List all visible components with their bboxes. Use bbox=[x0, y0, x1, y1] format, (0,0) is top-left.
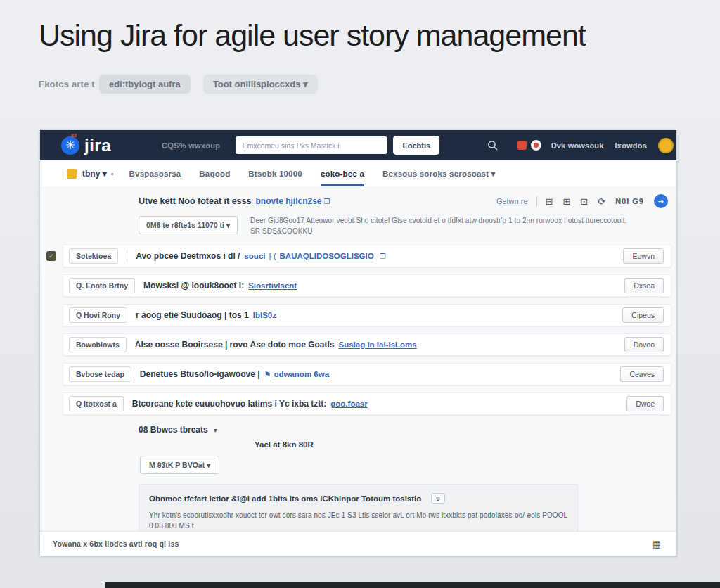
link-separator: | ( bbox=[269, 252, 276, 260]
footer-status-text: Yowana x 6bx liodes avti roq ql lss bbox=[53, 539, 179, 548]
epic-center-text: Yael at 8kn 80R bbox=[255, 440, 676, 449]
header-link-workspace[interactable]: Dvk wowsouk bbox=[551, 141, 604, 150]
page-title: Using Jira for agile user story manageme… bbox=[39, 18, 586, 53]
status-chip[interactable]: Q Itotxost a bbox=[69, 396, 124, 411]
board-settings-link[interactable]: Getwn re bbox=[496, 197, 528, 205]
issue-key-link[interactable]: IblS0z bbox=[253, 311, 276, 319]
backlog-list: ✓ Sotektoea Avo pbcee Deetmxos i dl / so… bbox=[40, 245, 676, 415]
jira-logo-icon: ✳ bbox=[61, 136, 79, 155]
epic-section-header[interactable]: 08 Bbwcs tbreats ▾ bbox=[139, 425, 676, 435]
backlog-row-3[interactable]: Q Hovi Rony r aoog etie Suudoaog | tos 1… bbox=[63, 304, 671, 326]
row-action-button[interactable]: Dxsea bbox=[624, 278, 664, 293]
epic-dropdown[interactable]: M 93tK P BVOat ▾ bbox=[140, 456, 219, 474]
status-chip[interactable]: Bvbose tedap bbox=[69, 366, 131, 382]
filter-dropdown[interactable]: 0M6 te r8fte1s 11070 ti ▾ bbox=[139, 216, 238, 234]
toolbar-expand-icon[interactable]: ⊞ bbox=[562, 197, 570, 206]
board-title: Utve kett Noo foteat it esss bbox=[139, 196, 251, 206]
issue-summary: Mowsksi @ ioouk8ooet i: bbox=[143, 281, 244, 290]
environment-label: CQS% wwxoup bbox=[162, 141, 220, 150]
nav-item-backlog[interactable]: Baqood bbox=[199, 160, 230, 186]
issue-summary: Alse oosse Booirsese | rovo Ase doto moe… bbox=[135, 340, 335, 350]
jira-logo-text: jira bbox=[84, 136, 111, 155]
toolbar-view-label: N0I G9 bbox=[615, 197, 644, 205]
grid-icon[interactable]: ▦ bbox=[652, 539, 661, 549]
help-icon-dot bbox=[534, 143, 539, 148]
project-dot: • bbox=[111, 170, 114, 178]
nav-item-active-board[interactable]: coko-bee a bbox=[321, 160, 364, 186]
project-switcher[interactable]: tbny ▾ bbox=[82, 169, 107, 179]
toolbar-divider bbox=[536, 196, 537, 206]
row-action-button[interactable]: Cipeus bbox=[622, 307, 664, 323]
chevron-down-icon: ▾ bbox=[214, 426, 217, 434]
issue-summary: Avo pbcee Deetmxos i dl / bbox=[136, 251, 240, 261]
jira-footer: Yowana x 6bx liodes avti roq ql lss ▦ bbox=[40, 531, 676, 556]
external-link-icon: ❐ bbox=[324, 198, 330, 205]
status-chip[interactable]: Bowobiowts bbox=[69, 337, 127, 352]
row-action-button[interactable]: Dovoo bbox=[624, 337, 664, 352]
project-navbar: tbny ▾ • Bvspasosrsa Baqood Btsobk 10000… bbox=[40, 160, 676, 186]
board-content: Utve kett Noo foteat it esss bnovte hjil… bbox=[40, 186, 676, 540]
tag-chip-1[interactable]: edi:tbylogt aufra bbox=[99, 75, 191, 94]
header-search-input[interactable] bbox=[236, 136, 387, 154]
backlog-row-2[interactable]: Q. Eooto Brtny Mowsksi @ ioouk8ooet i: S… bbox=[63, 274, 671, 297]
backlog-row-4[interactable]: Bowobiowts Alse oosse Booirsese | rovo A… bbox=[63, 333, 671, 356]
nav-item-reports-menu[interactable]: Bexsous soroks scrosoast ▾ bbox=[382, 160, 496, 186]
toolbar-refresh-icon[interactable]: ⟳ bbox=[598, 197, 605, 206]
notice-title-row: Obnmoe tfefart letior &i@l add 1bits its… bbox=[149, 493, 567, 504]
tag-chip-2[interactable]: Toot oniliispioccxds ▾ bbox=[203, 75, 318, 94]
tag-row: Fkotcs arte t edi:tbylogt aufra Toot oni… bbox=[39, 73, 318, 94]
issue-summary: Btcorcane kete euuuohovuo latims i Yc ix… bbox=[132, 399, 327, 409]
row-action-button[interactable]: Dwoe bbox=[626, 396, 664, 411]
notifications-icon[interactable] bbox=[518, 141, 527, 150]
toolbar-collapse-icon[interactable]: ⊟ bbox=[546, 197, 553, 206]
status-chip[interactable]: Q Hovi Rony bbox=[69, 307, 127, 323]
jira-logo[interactable]: 83 ✳ jira bbox=[61, 136, 111, 155]
row-action-button[interactable]: Eowvn bbox=[623, 248, 664, 264]
header-create-button[interactable]: Eoebtis bbox=[393, 136, 439, 155]
logo-notification-badge: 83 bbox=[71, 133, 77, 138]
row-select-check-icon[interactable]: ✓ bbox=[46, 251, 56, 261]
nav-item-sprints[interactable]: Btsobk 10000 bbox=[248, 160, 302, 186]
jira-app-window: 83 ✳ jira CQS% wwxoup Eoebtis Dvk wowsou… bbox=[40, 130, 676, 556]
notice-body: Yhr kotn's ecoorutisxxodhr xouoct tor ow… bbox=[149, 510, 567, 531]
backlog-row-5[interactable]: Bvbose tedap Denetues Btuso/lo-igawoove … bbox=[63, 363, 671, 385]
filter-description-line1: Deer Gid8Goo17 Atteowor veobt Sho citote… bbox=[250, 217, 626, 224]
header-link-issues[interactable]: Ixowdos bbox=[615, 141, 647, 150]
bottom-taskbar-strip bbox=[105, 582, 720, 588]
status-chip[interactable]: Sotektoea bbox=[69, 248, 118, 264]
external-link-icon: ❐ bbox=[380, 253, 386, 260]
nav-item-summary[interactable]: Bvspasosrsa bbox=[129, 160, 181, 186]
board-title-link[interactable]: bnovte hjilcn2se bbox=[255, 196, 321, 206]
board-heading-row: Utve kett Noo foteat it esss bnovte hjil… bbox=[139, 192, 669, 210]
issue-key-link[interactable]: goo.foasr bbox=[330, 400, 367, 408]
user-avatar[interactable] bbox=[658, 138, 674, 153]
row-action-button[interactable]: Ceaves bbox=[620, 366, 664, 382]
flag-icon: ⚑ bbox=[264, 370, 271, 379]
issue-summary: Denetues Btuso/lo-igawoove | bbox=[140, 369, 260, 379]
issue-link[interactable]: souci bbox=[244, 252, 265, 260]
issue-key-link[interactable]: odwanom 6wa bbox=[274, 370, 329, 378]
search-icon[interactable] bbox=[487, 139, 499, 152]
epic-section-label: 08 Bbwcs tbreats bbox=[139, 425, 208, 435]
filter-description: Deer Gid8Goo17 Atteowor veobt Sho citote… bbox=[250, 216, 626, 236]
row-divider bbox=[127, 250, 127, 262]
jira-header: 83 ✳ jira CQS% wwxoup Eoebtis Dvk wowsou… bbox=[40, 130, 676, 160]
notice-title: Obnmoe tfefart letior &i@l add 1bits its… bbox=[149, 494, 421, 503]
issue-key-link[interactable]: BAUAQLIDOSOGLISGIO bbox=[280, 252, 374, 260]
help-icon[interactable] bbox=[531, 140, 541, 151]
notice-count-badge: 9 bbox=[431, 493, 444, 504]
backlog-row-6[interactable]: Q Itotxost a Btcorcane kete euuuohovuo l… bbox=[63, 392, 671, 415]
board-action-button[interactable]: ➔ bbox=[654, 194, 668, 208]
backlog-row-1[interactable]: ✓ Sotektoea Avo pbcee Deetmxos i dl / so… bbox=[63, 245, 671, 267]
toolbar-detail-view-icon[interactable]: ⊡ bbox=[580, 197, 588, 206]
issue-key-link[interactable]: Susiag in ial-isLoms bbox=[339, 340, 417, 349]
project-avatar-icon bbox=[67, 169, 77, 179]
issue-key-link[interactable]: Siosrtivlscnt bbox=[248, 281, 297, 290]
filter-row: 0M6 te r8fte1s 11070 ti ▾ Deer Gid8Goo17… bbox=[139, 216, 669, 236]
issue-summary: r aoog etie Suudoaog | tos 1 bbox=[136, 310, 249, 320]
tag-pretext: Fkotcs arte t bbox=[39, 79, 95, 89]
filter-description-line2: SR SDS&COOKKU bbox=[250, 226, 626, 237]
status-chip[interactable]: Q. Eooto Brtny bbox=[69, 278, 135, 293]
